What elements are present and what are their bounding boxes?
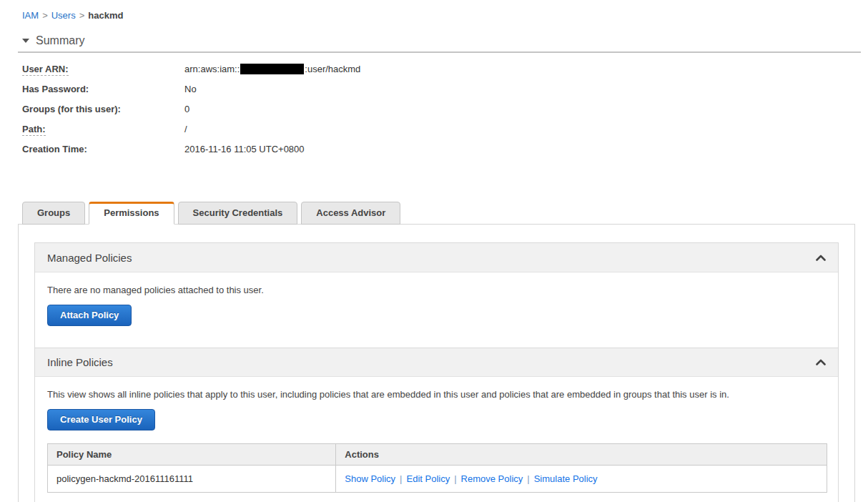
permissions-tab-panel: Managed Policies There are no managed po…	[18, 224, 855, 502]
creation-time-label: Creation Time:	[22, 144, 184, 154]
path-value: /	[184, 124, 187, 134]
user-arn-label: User ARN:	[22, 64, 184, 74]
breadcrumb-separator: >	[79, 10, 85, 21]
edit-policy-link[interactable]: Edit Policy	[407, 473, 450, 484]
breadcrumb-link-users[interactable]: Users	[51, 10, 76, 21]
actions-column-header: Actions	[336, 444, 827, 466]
collapse-caret-icon[interactable]	[22, 39, 29, 43]
has-password-label: Has Password:	[22, 84, 184, 94]
tab-security-credentials[interactable]: Security Credentials	[178, 202, 298, 225]
breadcrumb: IAM>Users>hackmd	[22, 10, 861, 21]
account-id-redaction	[240, 64, 304, 74]
field-row-groups: Groups (for this user): 0	[22, 104, 861, 124]
breadcrumb-link-iam[interactable]: IAM	[22, 10, 39, 21]
field-row-path: Path: /	[22, 124, 861, 144]
summary-divider	[18, 51, 861, 53]
managed-policies-title: Managed Policies	[47, 252, 132, 264]
summary-fields: User ARN: arn:aws:iam:::user/hackmd Has …	[22, 64, 861, 164]
user-arn-value: arn:aws:iam:::user/hackmd	[184, 64, 360, 74]
chevron-up-icon[interactable]	[816, 359, 826, 365]
path-label: Path:	[22, 124, 184, 134]
show-policy-link[interactable]: Show Policy	[345, 473, 395, 484]
breadcrumb-current-user: hackmd	[88, 10, 123, 21]
user-detail-tabs: Groups Permissions Security Credentials …	[22, 202, 861, 225]
inline-policies-body: This view shows all inline policies that…	[35, 376, 838, 502]
create-user-policy-button[interactable]: Create User Policy	[47, 409, 155, 430]
policy-actions-cell: Show Policy|Edit Policy|Remove Policy|Si…	[336, 466, 827, 493]
tab-access-advisor[interactable]: Access Advisor	[301, 202, 400, 225]
inline-policies-title: Inline Policies	[47, 356, 113, 368]
managed-policies-header[interactable]: Managed Policies	[35, 243, 838, 272]
creation-time-value: 2016-11-16 11:05 UTC+0800	[184, 144, 305, 154]
summary-section-header[interactable]: Summary	[22, 34, 861, 47]
policy-table-row: policygen-hackmd-201611161111 Show Polic…	[48, 466, 827, 493]
field-row-creation-time: Creation Time: 2016-11-16 11:05 UTC+0800	[22, 144, 861, 164]
field-row-user-arn: User ARN: arn:aws:iam:::user/hackmd	[22, 64, 861, 84]
summary-title: Summary	[36, 34, 84, 47]
breadcrumb-separator: >	[42, 10, 48, 21]
groups-count-label: Groups (for this user):	[22, 104, 184, 114]
policy-name-column-header: Policy Name	[48, 444, 336, 466]
policy-name-cell: policygen-hackmd-201611161111	[48, 466, 336, 493]
remove-policy-link[interactable]: Remove Policy	[461, 473, 523, 484]
policy-sections: Managed Policies There are no managed po…	[34, 242, 839, 502]
iam-user-detail-page: IAM>Users>hackmd Summary User ARN: arn:a…	[0, 0, 868, 502]
managed-policies-body: There are no managed policies attached t…	[35, 272, 838, 348]
attach-policy-button[interactable]: Attach Policy	[47, 305, 132, 326]
chevron-up-icon[interactable]	[816, 255, 826, 261]
link-separator: |	[454, 473, 456, 484]
tab-permissions[interactable]: Permissions	[89, 202, 174, 225]
simulate-policy-link[interactable]: Simulate Policy	[534, 473, 598, 484]
has-password-value: No	[184, 84, 197, 94]
inline-policies-table: Policy Name Actions policygen-hackmd-201…	[47, 443, 827, 493]
table-header-row: Policy Name Actions	[48, 444, 827, 466]
tab-groups[interactable]: Groups	[22, 202, 85, 225]
inline-policies-description: This view shows all inline policies that…	[47, 389, 827, 400]
inline-policies-header[interactable]: Inline Policies	[35, 348, 838, 376]
groups-count-value: 0	[184, 104, 189, 114]
managed-policies-empty-text: There are no managed policies attached t…	[47, 285, 827, 295]
field-row-has-password: Has Password: No	[22, 84, 861, 104]
link-separator: |	[400, 473, 402, 484]
link-separator: |	[527, 473, 529, 484]
